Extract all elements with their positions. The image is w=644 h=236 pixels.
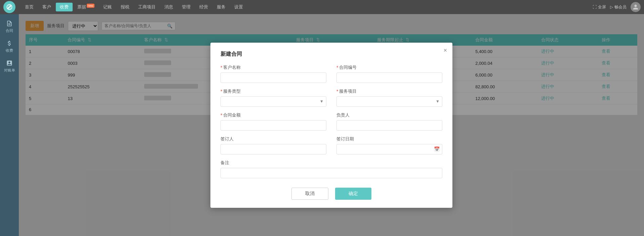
modal-title: 新建合同 xyxy=(220,51,442,58)
new-contract-modal: 新建合同 × * 客户名称 * 合同编号 xyxy=(210,43,452,208)
nav-invoice[interactable]: 票据new xyxy=(73,3,98,11)
label-sign-date: 签订日期 xyxy=(336,136,442,142)
input-remarks[interactable] xyxy=(220,168,442,178)
select-service-item[interactable] xyxy=(336,96,442,107)
modal-overlay: 新建合同 × * 客户名称 * 合同编号 xyxy=(19,14,644,236)
input-contract-no[interactable] xyxy=(336,73,442,83)
label-customer: * 客户名称 xyxy=(220,64,326,70)
nav-manage[interactable]: 管理 xyxy=(178,3,195,11)
nav-home[interactable]: 首页 xyxy=(21,3,38,11)
label-amount: * 合同金额 xyxy=(220,112,326,118)
sidebar-item-contract[interactable]: 合同 xyxy=(1,17,18,36)
app-logo xyxy=(3,1,15,13)
sidebar: 合同 收费 对账单 xyxy=(0,14,19,236)
top-navigation: 首页 客户 收费 票据new 记账 报税 工商项目 消息 管理 经营 服务 设置… xyxy=(0,0,644,14)
modal-close-button[interactable]: × xyxy=(443,47,447,53)
confirm-button[interactable]: 确定 xyxy=(335,188,371,200)
label-contract-no: * 合同编号 xyxy=(336,64,442,70)
content-area: 新增 服务项目 进行中 已完成 全部 🔍 序号 合同编号 ⇅ 客户名称 ⇅ 服务… xyxy=(19,14,644,236)
nav-fee[interactable]: 收费 xyxy=(56,3,73,11)
label-remarks: 备注 xyxy=(220,160,442,166)
select-service-type[interactable] xyxy=(220,96,326,107)
fullscreen-icon: ⛶ xyxy=(593,5,597,9)
label-service-type: * 服务类型 xyxy=(220,88,326,94)
input-responsible[interactable] xyxy=(336,120,442,131)
sidebar-item-statement[interactable]: 对账单 xyxy=(1,57,18,76)
nav-settings[interactable]: 设置 xyxy=(230,3,247,11)
input-amount[interactable]: 0.00 xyxy=(220,120,326,131)
select-service-type-wrap: ▼ xyxy=(220,96,326,107)
sidebar-label-statement: 对账单 xyxy=(4,68,15,73)
new-badge: new xyxy=(87,4,94,8)
nav-business[interactable]: 工商项目 xyxy=(134,3,160,11)
label-responsible: 负责人 xyxy=(336,112,442,118)
cancel-button[interactable]: 取消 xyxy=(291,188,328,200)
nav-menu: 首页 客户 收费 票据new 记账 报税 工商项目 消息 管理 经营 服务 设置 xyxy=(21,3,593,11)
sidebar-label-contract: 合同 xyxy=(6,28,13,33)
nav-tax[interactable]: 报税 xyxy=(117,3,133,11)
field-sign-date: 签订日期 2023-06-06 📅 xyxy=(336,136,442,154)
member-button[interactable]: ▷ 畅会员 xyxy=(610,4,627,10)
field-service-item: * 服务项目 ▼ xyxy=(336,88,442,107)
label-service-item: * 服务项目 xyxy=(336,88,442,94)
input-sign-date[interactable]: 2023-06-06 xyxy=(336,144,442,154)
modal-actions: 取消 确定 xyxy=(220,188,442,200)
field-responsible: 负责人 xyxy=(336,112,442,131)
nav-message[interactable]: 消息 xyxy=(160,3,177,11)
nav-service[interactable]: 服务 xyxy=(213,3,230,11)
field-remarks: 备注 xyxy=(220,160,442,178)
field-service-type: * 服务类型 ▼ xyxy=(220,88,326,107)
user-avatar[interactable] xyxy=(631,2,641,12)
modal-form: * 客户名称 * 合同编号 xyxy=(220,64,442,178)
play-icon: ▷ xyxy=(610,5,613,9)
nav-customer[interactable]: 客户 xyxy=(38,3,55,11)
input-customer[interactable] xyxy=(220,73,326,83)
field-customer: * 客户名称 xyxy=(220,64,326,83)
field-signer: 签订人 xyxy=(220,136,326,154)
fullscreen-button[interactable]: ⛶ 全屏 xyxy=(593,4,606,10)
nav-bookkeeping[interactable]: 记账 xyxy=(99,3,116,11)
input-signer[interactable] xyxy=(220,144,326,154)
sign-date-wrap: 2023-06-06 📅 xyxy=(336,144,442,154)
nav-operation[interactable]: 经营 xyxy=(195,3,212,11)
label-signer: 签订人 xyxy=(220,136,326,142)
sidebar-item-fee[interactable]: 收费 xyxy=(1,37,18,56)
nav-right-area: ⛶ 全屏 ▷ 畅会员 xyxy=(593,2,641,12)
field-contract-no: * 合同编号 xyxy=(336,64,442,83)
field-amount: * 合同金额 0.00 xyxy=(220,112,326,131)
select-service-item-wrap: ▼ xyxy=(336,96,442,107)
sidebar-label-fee: 收费 xyxy=(6,48,13,53)
